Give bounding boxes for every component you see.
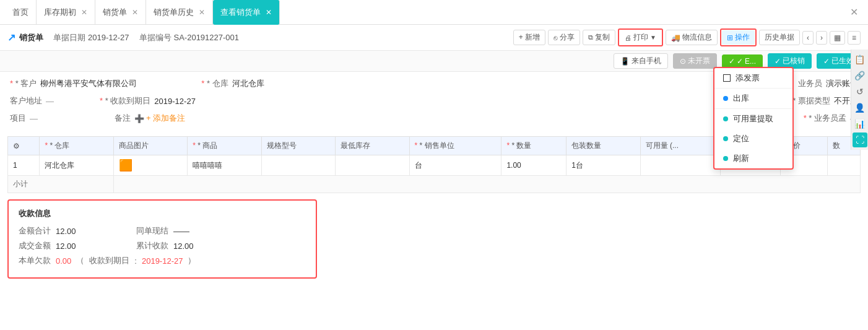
- row-min-stock: [336, 155, 409, 176]
- tab-sales-order[interactable]: 销货单 ✕: [95, 0, 146, 25]
- outstanding-field: 本单欠款 0.00 （ 收款到期日 : 2019-12-27 ）: [19, 255, 235, 266]
- row-product: 嘻嘻嘻嘻: [188, 155, 261, 176]
- col-pkg-qty: 包装数量: [566, 137, 640, 155]
- available-icon: [723, 116, 728, 121]
- tab-close-view[interactable]: ✕: [266, 8, 272, 17]
- same-order-field: 同单现结 ——: [136, 225, 229, 237]
- outbound-item[interactable]: 出库: [714, 89, 792, 108]
- col-warehouse: * * 仓库: [40, 137, 113, 155]
- form-title-text: 销货单: [19, 32, 43, 43]
- add-note-button[interactable]: ➕ + 添加备注: [134, 113, 185, 124]
- sold-icon: ✓: [775, 57, 781, 66]
- mobile-source-button[interactable]: 📱 来自手机: [614, 53, 668, 69]
- check-button[interactable]: ✓ ✓ E...: [722, 54, 763, 68]
- locate-item[interactable]: 定位: [714, 129, 792, 149]
- row-qty: 1.00: [501, 155, 566, 176]
- grid-view-button[interactable]: ▦: [830, 31, 845, 45]
- subtotal-values: [113, 176, 860, 193]
- logistics-icon: 🚚: [671, 33, 680, 42]
- tab-view-sales[interactable]: 查看销货单 ✕: [213, 0, 280, 25]
- form-header: ↗ 销货单 单据日期 2019-12-27 单据编号 SA-20191227-0…: [0, 25, 868, 51]
- history-button[interactable]: 历史单据: [759, 30, 800, 45]
- operation-dropdown: 添发票 出库 可用量提取 定位 刷新: [713, 67, 794, 170]
- mobile-icon: 📱: [620, 57, 630, 66]
- copy-icon: ⧉: [588, 33, 593, 41]
- row-amount: [827, 155, 860, 176]
- same-order-value: ——: [173, 227, 189, 236]
- accumulated-field: 累计收款 12.00: [136, 240, 229, 251]
- sales-order-icon: ↗: [7, 32, 15, 43]
- sidebar-icon-4[interactable]: 👤: [853, 100, 867, 115]
- subtotal-row: 小计: [8, 176, 861, 193]
- operation-button[interactable]: ⊞ 操作: [722, 30, 755, 45]
- new-button[interactable]: + 新增: [513, 30, 545, 45]
- payment-row-3: 本单欠款 0.00 （ 收款到期日 : 2019-12-27 ）: [19, 255, 306, 266]
- customer-field: * * 客户 柳州粤港平安气体有限公司: [10, 78, 137, 89]
- payment-row-2: 成交金额 12.00 累计收款 12.00: [19, 240, 306, 251]
- tab-inventory-init[interactable]: 库存期初 ✕: [37, 0, 95, 25]
- list-view-button[interactable]: ≡: [848, 31, 861, 45]
- row-no: 1: [8, 155, 40, 176]
- window-close-button[interactable]: ✕: [845, 4, 863, 20]
- warehouse-value: 河北仓库: [232, 78, 264, 89]
- next-button[interactable]: ›: [816, 31, 827, 45]
- row-pkg-qty: 1台: [566, 155, 640, 176]
- tab-home[interactable]: 首页: [5, 0, 37, 25]
- payment-date-field: * * 收款到期日 2019-12-27: [100, 95, 196, 106]
- subtotal-label: 小计: [8, 176, 114, 193]
- sidebar-icon-3[interactable]: ↺: [853, 84, 867, 99]
- tab-close-inventory[interactable]: ✕: [81, 8, 87, 17]
- not-open-button[interactable]: ⊙ 未开票: [673, 53, 717, 69]
- date-label: 单据日期: [53, 32, 85, 43]
- row-unit: 台: [409, 155, 501, 176]
- row-warehouse: 河北仓库: [40, 155, 113, 176]
- amount-value: 12.00: [56, 227, 76, 236]
- col-min-stock: 最低库存: [336, 137, 409, 155]
- print-icon: 🖨: [625, 34, 631, 41]
- tab-sales-history[interactable]: 销货单历史 ✕: [146, 0, 213, 25]
- sales-staff-field: * * 业务员孟 —: [804, 113, 858, 124]
- not-open-icon: ⊙: [680, 57, 686, 66]
- outstanding-value: 0.00: [56, 256, 71, 266]
- outbound-icon: [723, 96, 728, 101]
- available-pickup-item[interactable]: 可用量提取: [714, 109, 792, 129]
- form-meta: 单据日期 2019-12-27 单据编号 SA-20191227-001: [53, 32, 239, 43]
- sidebar-icon-6[interactable]: ⛶: [853, 132, 867, 147]
- ticket-type-field: * * 票据类型 不开票: [788, 95, 858, 106]
- main-content: ↗ 销货单 单据日期 2019-12-27 单据编号 SA-20191227-0…: [0, 25, 868, 330]
- operation-icon: ⊞: [727, 33, 733, 42]
- product-image: 🟧: [119, 159, 132, 172]
- share-icon: ⎋: [553, 34, 558, 41]
- effective-icon: ✓: [823, 57, 830, 66]
- check-icon: ✓: [729, 57, 735, 66]
- col-product: * * 商品: [188, 137, 261, 155]
- tab-close-sales[interactable]: ✕: [132, 8, 138, 17]
- right-sidebar: 📋 🔗 ↺ 👤 📊 ⛶: [851, 50, 868, 150]
- col-unit: * * 销售单位: [409, 137, 501, 155]
- operation-highlight-box: ⊞ 操作: [720, 28, 757, 46]
- doc-no-value: SA-20191227-001: [174, 33, 240, 42]
- address-field: 客户地址 —: [10, 95, 54, 106]
- share-button[interactable]: ⎋ 分享: [548, 30, 580, 45]
- sidebar-icon-1[interactable]: 📋: [853, 52, 867, 67]
- print-button[interactable]: 🖨 打印 ▼: [620, 30, 661, 45]
- sidebar-icon-5[interactable]: 📊: [853, 116, 867, 131]
- sidebar-icon-2[interactable]: 🔗: [853, 68, 867, 83]
- due-date-value: 2019-12-27: [142, 256, 183, 266]
- payment-info-box: 收款信息 金额合计 12.00 同单现结 —— 成交金额 12.00 累计收款: [7, 199, 317, 279]
- note-field: 备注 ➕ + 添加备注: [115, 113, 185, 124]
- print-dropdown-icon: ▼: [650, 34, 656, 41]
- refresh-item[interactable]: 刷新: [714, 149, 792, 168]
- gear-icon[interactable]: ⚙: [13, 142, 20, 150]
- add-invoice-item[interactable]: 添发票: [714, 68, 792, 88]
- prev-button[interactable]: ‹: [802, 31, 814, 45]
- col-qty: * * 数量: [501, 137, 566, 155]
- payment-title: 收款信息: [19, 208, 306, 219]
- tab-close-history[interactable]: ✕: [199, 8, 205, 17]
- col-spec: 规格型号: [261, 137, 335, 155]
- row-spec: [261, 155, 335, 176]
- row-img: 🟧: [113, 155, 187, 176]
- logistics-button[interactable]: 🚚 物流信息: [666, 30, 718, 45]
- copy-button[interactable]: ⧉ 复制: [583, 30, 615, 45]
- col-available: 可用量 (...: [640, 137, 720, 155]
